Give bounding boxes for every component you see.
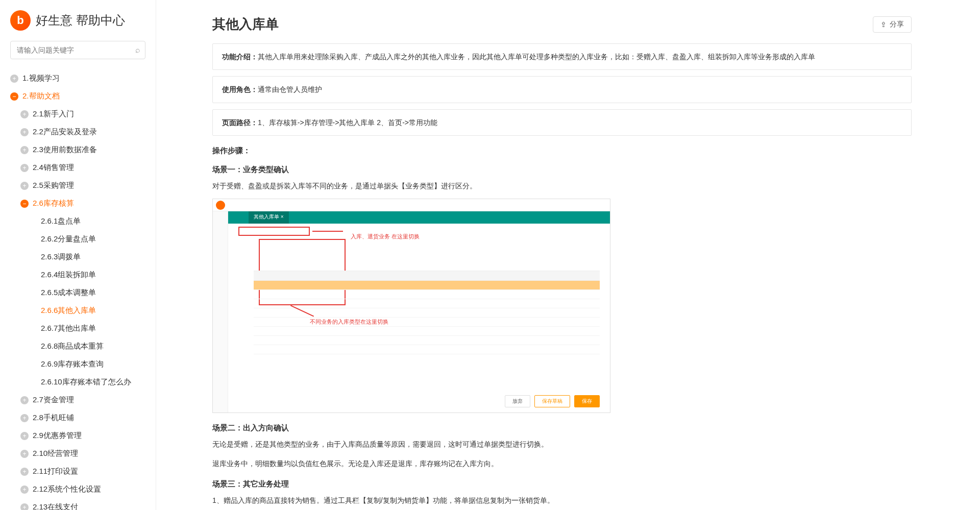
nav-item-16[interactable]: 2.6.9库存账本查询 [10,355,145,373]
sidebar: b 好生意 帮助中心 ⌕ +1.视频学习−2.帮助文档+2.1新手入门+2.2产… [0,0,156,510]
nav-item-label: 2.1新手入门 [33,109,74,119]
page-title: 其他入库单 [212,15,279,33]
role-box: 使用角色：通常由仓管人员维护 [212,76,912,103]
ss-discard-button: 放弃 [505,395,530,407]
nav-item-label: 2.12系统个性化设置 [33,484,101,494]
nav-item-label: 2.6.2分量盘点单 [41,234,96,244]
nav-item-1[interactable]: −2.帮助文档 [10,87,145,105]
nav-item-10[interactable]: 2.6.3调拨单 [10,248,145,266]
nav-item-label: 2.2产品安装及登录 [33,127,97,137]
path-label: 页面路径： [222,118,258,127]
nav-item-label: 1.视频学习 [22,74,60,83]
site-title: 好生意 帮助中心 [36,12,125,29]
plus-icon[interactable]: + [20,414,29,422]
share-label: 分享 [890,20,904,29]
search-wrap: ⌕ [10,41,145,59]
nav-item-label: 2.6.10库存账本错了怎么办 [41,377,131,387]
nav-item-8[interactable]: 2.6.1盘点单 [10,212,145,230]
nav-item-11[interactable]: 2.6.4组装拆卸单 [10,266,145,284]
nav-item-label: 2.7资金管理 [33,395,74,405]
plus-icon[interactable]: + [20,432,29,440]
scene1-text: 对于受赠、盘盈或是拆装入库等不同的业务，是通过单据头【业务类型】进行区分。 [212,180,912,192]
scene3-text1: 1、赠品入库的商品直接转为销售。通过工具栏【复制/复制为销货单】功能，将单据信息… [212,494,912,507]
nav-item-label: 2.3使用前数据准备 [33,145,97,155]
plus-icon[interactable]: + [20,110,29,118]
nav-item-24[interactable]: +2.13在线支付 [10,498,145,510]
nav-item-label: 2.6.1盘点单 [41,216,81,226]
plus-icon[interactable]: + [20,128,29,136]
intro-box: 功能介绍：其他入库单用来处理除采购入库、产成品入库之外的其他入库业务，因此其他入… [212,43,912,70]
nav-item-label: 2.11打印设置 [33,467,78,476]
role-text: 通常由仓管人员维护 [258,85,322,93]
plus-icon[interactable]: + [20,468,29,476]
nav-item-label: 2.帮助文档 [22,91,60,101]
nav-item-9[interactable]: 2.6.2分量盘点单 [10,230,145,248]
scene1-title: 场景一：业务类型确认 [212,165,912,175]
nav-item-23[interactable]: +2.12系统个性化设置 [10,480,145,498]
ss-annotation-1: 入库、退货业务 在这里切换 [351,233,420,240]
nav-item-20[interactable]: +2.9优惠券管理 [10,427,145,445]
logo-icon: b [10,10,31,31]
scene3-title: 场景三：其它业务处理 [212,479,912,489]
minus-icon[interactable]: − [20,200,29,208]
ss-draft-button: 保存草稿 [534,395,570,407]
plus-icon[interactable]: + [20,164,29,172]
scene2-title: 场景二：出入方向确认 [212,423,912,433]
embedded-screenshot: 其他入库单 × 入库、退货业务 在这里切换 [212,199,610,413]
nav-item-14[interactable]: 2.6.7其他出库单 [10,320,145,337]
nav-item-21[interactable]: +2.10经营管理 [10,445,145,463]
plus-icon[interactable]: + [20,396,29,404]
nav-item-0[interactable]: +1.视频学习 [10,69,145,87]
nav-item-label: 2.4销售管理 [33,163,74,173]
nav-item-3[interactable]: +2.2产品安装及登录 [10,123,145,141]
share-icon: ⇪ [880,20,887,29]
nav-item-label: 2.6.8商品成本重算 [41,342,104,351]
minus-icon[interactable]: − [10,92,18,101]
plus-icon[interactable]: + [20,450,29,458]
intro-label: 功能介绍： [222,53,258,61]
search-input[interactable] [10,41,145,59]
ss-annotation-2: 不同业务的入库类型在这里切换 [310,318,388,326]
page-header: 其他入库单 ⇪ 分享 [212,15,912,33]
nav-list: +1.视频学习−2.帮助文档+2.1新手入门+2.2产品安装及登录+2.3使用前… [10,69,145,510]
share-button[interactable]: ⇪ 分享 [873,16,912,33]
nav-item-22[interactable]: +2.11打印设置 [10,463,145,480]
nav-item-label: 2.6.4组装拆卸单 [41,270,96,280]
nav-item-label: 2.6.3调拨单 [41,252,81,262]
scene2-text2: 退库业务中，明细数量均以负值红色展示。无论是入库还是退库，库存账均记在入库方向。 [212,457,912,470]
nav-item-2[interactable]: +2.1新手入门 [10,105,145,123]
role-label: 使用角色： [222,85,258,93]
nav-item-label: 2.6.5成本调整单 [41,288,96,298]
nav-item-4[interactable]: +2.3使用前数据准备 [10,141,145,159]
nav-item-19[interactable]: +2.8手机旺铺 [10,409,145,427]
ss-tab-label: 其他入库单 × [249,211,289,224]
scene2-text1: 无论是受赠，还是其他类型的业务，由于入库商品质量等原因，需要退回，这时可通过单据… [212,438,912,451]
nav-item-label: 2.6库存核算 [33,199,74,208]
nav-item-label: 2.6.9库存账本查询 [41,359,104,369]
plus-icon[interactable]: + [20,485,29,494]
content-block: 操作步骤： 场景一：业务类型确认 对于受赠、盘盈或是拆装入库等不同的业务，是通过… [212,146,912,507]
nav-item-13[interactable]: 2.6.6其他入库单 [10,302,145,320]
nav-item-6[interactable]: +2.5采购管理 [10,177,145,195]
steps-label: 操作步骤： [212,146,912,156]
intro-text: 其他入库单用来处理除采购入库、产成品入库之外的其他入库业务，因此其他入库单可处理… [258,53,815,61]
nav-item-label: 2.5采购管理 [33,181,74,190]
nav-item-label: 2.6.7其他出库单 [41,324,96,333]
nav-item-15[interactable]: 2.6.8商品成本重算 [10,337,145,355]
nav-item-5[interactable]: +2.4销售管理 [10,159,145,177]
path-text: 1、库存核算->库存管理->其他入库单 2、首页->常用功能 [258,118,437,127]
search-icon[interactable]: ⌕ [135,45,140,55]
nav-item-label: 2.10经营管理 [33,449,78,458]
nav-item-label: 2.9优惠券管理 [33,431,82,441]
plus-icon[interactable]: + [20,146,29,154]
nav-item-7[interactable]: −2.6库存核算 [10,195,145,212]
nav-item-17[interactable]: 2.6.10库存账本错了怎么办 [10,373,145,391]
nav-item-18[interactable]: +2.7资金管理 [10,391,145,409]
plus-icon[interactable]: + [20,182,29,190]
nav-item-label: 2.6.6其他入库单 [41,306,96,315]
plus-icon[interactable]: + [20,503,29,511]
plus-icon[interactable]: + [10,75,18,83]
nav-item-12[interactable]: 2.6.5成本调整单 [10,284,145,302]
nav-item-label: 2.8手机旺铺 [33,413,74,423]
nav-item-label: 2.13在线支付 [33,502,78,510]
